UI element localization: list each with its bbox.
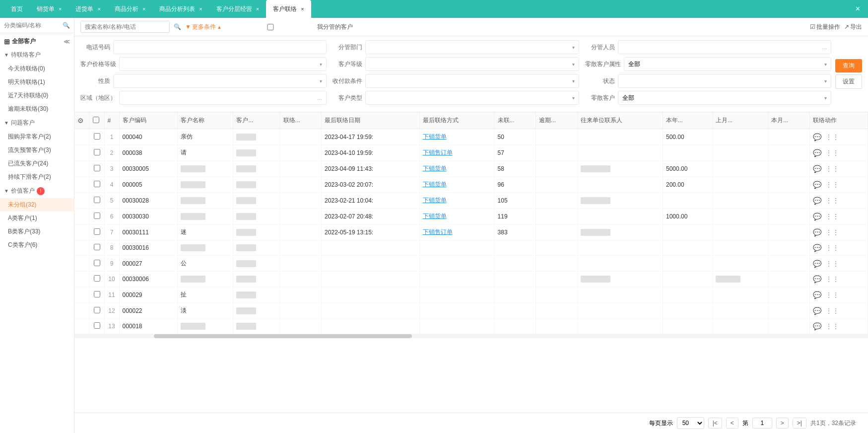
col-contact[interactable]: 联络... xyxy=(280,112,322,129)
per-page-select[interactable]: 50 20 100 xyxy=(677,417,704,429)
row-checkbox[interactable] xyxy=(94,244,100,250)
contact-icon[interactable]: 💬 xyxy=(813,213,821,220)
row-checkbox-cell[interactable] xyxy=(89,287,104,303)
more-action-icon[interactable]: ⋮⋮ xyxy=(825,197,839,205)
more-action-icon[interactable]: ⋮⋮ xyxy=(825,165,839,173)
tab-customer-tier[interactable]: 客户分层经营 × xyxy=(209,0,266,18)
col-overdue[interactable]: 逾期... xyxy=(536,112,578,129)
close-sales-order[interactable]: × xyxy=(59,0,62,18)
contact-icon[interactable]: 💬 xyxy=(813,322,821,330)
last-method-link[interactable]: 下销货单 xyxy=(423,213,447,219)
last-method-link[interactable]: 下销售订单 xyxy=(423,228,453,235)
contact-icon[interactable]: 💬 xyxy=(813,244,821,252)
row-checkbox-cell[interactable] xyxy=(89,145,104,161)
problem-group-title[interactable]: ▼ 问题客户 xyxy=(0,116,74,130)
sidebar-item-class-b[interactable]: B类客户(33) xyxy=(0,225,74,238)
last-page-btn[interactable]: >| xyxy=(793,418,806,429)
row-checkbox-cell[interactable] xyxy=(89,209,104,224)
more-action-icon[interactable]: ⋮⋮ xyxy=(825,133,839,141)
tab-sales-order[interactable]: 销货单 × xyxy=(30,0,68,18)
close-product-analysis-list[interactable]: × xyxy=(199,0,202,18)
contact-icon[interactable]: 💬 xyxy=(813,291,821,299)
more-conditions-btn[interactable]: ▼ 更多条件 ▲ xyxy=(185,23,222,31)
filter-customer-tier-select[interactable]: ▾ xyxy=(365,57,579,71)
more-action-icon[interactable]: ⋮⋮ xyxy=(825,260,839,268)
more-action-icon[interactable]: ⋮⋮ xyxy=(825,244,839,252)
sidebar-item-overdue-pending[interactable]: 逾期未联络(30) xyxy=(0,102,74,116)
col-last-method[interactable]: 最后联络方式 xyxy=(419,112,494,129)
prev-page-btn[interactable]: < xyxy=(726,418,738,429)
filter-manager-select[interactable]: … xyxy=(618,40,831,54)
more-action-icon[interactable]: ⋮⋮ xyxy=(825,149,839,157)
my-customers-checkbox-label[interactable]: 我分管的客户 xyxy=(226,23,353,31)
sidebar-search-icon[interactable]: 🔍 xyxy=(63,22,70,29)
row-checkbox-cell[interactable] xyxy=(89,303,104,319)
settings-icon[interactable]: ⚙ xyxy=(77,117,84,125)
pending-group-title[interactable]: ▼ 待联络客户 xyxy=(0,48,74,62)
more-action-icon[interactable]: ⋮⋮ xyxy=(825,275,839,283)
contact-icon[interactable]: 💬 xyxy=(813,149,821,157)
next-page-btn[interactable]: > xyxy=(776,418,789,429)
col-checkbox[interactable] xyxy=(89,112,104,129)
more-action-icon[interactable]: ⋮⋮ xyxy=(825,181,839,189)
filter-phone-input[interactable] xyxy=(113,40,327,54)
more-action-icon[interactable]: ⋮⋮ xyxy=(825,307,839,315)
more-action-icon[interactable]: ⋮⋮ xyxy=(825,213,839,220)
col-last-month[interactable]: 上月... xyxy=(713,112,768,129)
row-checkbox[interactable] xyxy=(94,260,100,266)
filter-retail-customer-select[interactable]: 全部▾ xyxy=(618,91,831,105)
row-checkbox-cell[interactable] xyxy=(89,161,104,177)
sidebar-search-input[interactable] xyxy=(4,22,61,29)
col-cat[interactable]: 客户... xyxy=(233,112,280,129)
close-customer-tier[interactable]: × xyxy=(256,0,259,18)
tab-product-analysis-list[interactable]: 商品分析列表 × xyxy=(152,0,209,18)
last-method-link[interactable]: 下销货单 xyxy=(423,165,447,172)
query-button[interactable]: 查询 xyxy=(835,59,862,72)
row-checkbox-cell[interactable] xyxy=(89,177,104,193)
sidebar-search-box[interactable]: 🔍 xyxy=(0,18,74,33)
my-customers-checkbox[interactable] xyxy=(226,24,315,30)
tab-home[interactable]: 首页 xyxy=(4,0,30,18)
tab-customer-contact[interactable]: 客户联络 × xyxy=(266,0,311,18)
row-checkbox[interactable] xyxy=(94,213,100,219)
sidebar-item-declining[interactable]: 持续下滑客户(2) xyxy=(0,170,74,184)
col-this-year[interactable]: 本年... xyxy=(663,112,712,129)
close-purchase-order[interactable]: × xyxy=(97,0,100,18)
row-checkbox-cell[interactable] xyxy=(89,129,104,145)
sidebar-item-class-a[interactable]: A类客户(1) xyxy=(0,212,74,225)
search-input[interactable] xyxy=(80,21,170,33)
row-checkbox[interactable] xyxy=(94,133,100,140)
filter-dept-select[interactable]: ▾ xyxy=(365,40,579,54)
sidebar-item-today-pending[interactable]: 今天待联络(0) xyxy=(0,62,74,75)
row-checkbox-cell[interactable] xyxy=(89,319,104,334)
row-checkbox-cell[interactable] xyxy=(89,240,104,256)
tab-product-analysis[interactable]: 商品分析 × xyxy=(108,0,152,18)
filter-region-select[interactable]: … xyxy=(119,91,327,105)
row-checkbox[interactable] xyxy=(94,228,100,235)
close-customer-contact[interactable]: × xyxy=(301,0,304,18)
close-window-icon[interactable]: × xyxy=(852,4,864,13)
filter-search-icon[interactable]: 🔍 xyxy=(174,23,181,30)
contact-icon[interactable]: 💬 xyxy=(813,181,821,189)
contact-icon[interactable]: 💬 xyxy=(813,307,821,315)
contact-icon[interactable]: 💬 xyxy=(813,165,821,173)
page-number-input[interactable] xyxy=(752,418,772,429)
col-partner-contact[interactable]: 往来单位联系人 xyxy=(577,112,663,129)
tab-purchase-order[interactable]: 进货单 × xyxy=(68,0,107,18)
row-checkbox-cell[interactable] xyxy=(89,272,104,287)
col-code[interactable]: 客户编码 xyxy=(119,112,178,129)
col-last-date[interactable]: 最后联络日期 xyxy=(322,112,419,129)
collapse-btn[interactable]: ≪ xyxy=(64,38,70,45)
sidebar-item-week-pending[interactable]: 近7天待联络(0) xyxy=(0,89,74,102)
batch-operation-btn[interactable]: ☑ 批量操作 xyxy=(810,23,840,31)
horizontal-scrollbar[interactable] xyxy=(74,334,868,338)
export-btn[interactable]: ↗ 导出 xyxy=(844,23,862,31)
col-this-month[interactable]: 本月... xyxy=(768,112,810,129)
row-checkbox[interactable] xyxy=(94,165,100,171)
filter-price-tier-select[interactable]: ▾ xyxy=(119,57,327,71)
contact-icon[interactable]: 💬 xyxy=(813,197,821,205)
col-no-contact[interactable]: 未联... xyxy=(494,112,536,129)
sidebar-item-churn-warning[interactable]: 流失预警客户(3) xyxy=(0,144,74,157)
row-checkbox[interactable] xyxy=(94,322,100,329)
row-checkbox-cell[interactable] xyxy=(89,193,104,209)
